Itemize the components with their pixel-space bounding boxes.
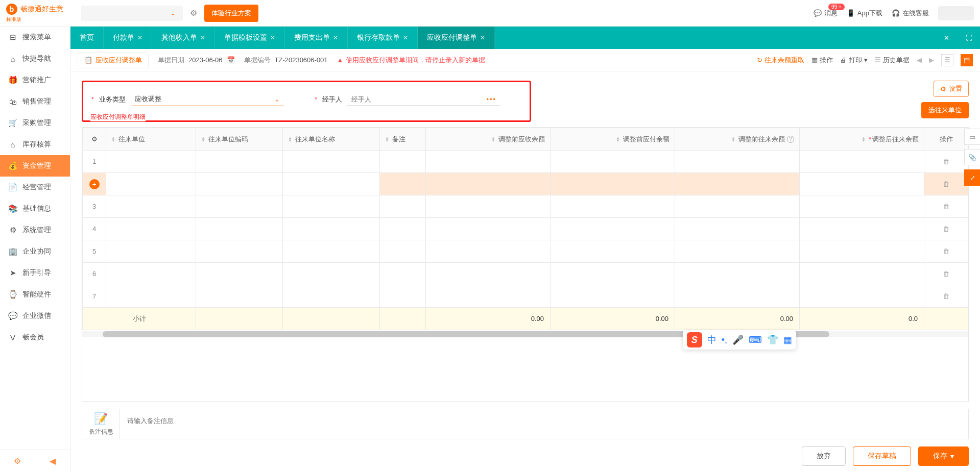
cell-pre-recv[interactable] [426,263,551,285]
cell-unit[interactable] [106,285,196,308]
messages-button[interactable]: 💬 消息 99 + [814,9,838,18]
col-pre-bal[interactable]: ▲▼调整前往来余额? [675,128,800,151]
cell-pre-pay[interactable] [551,218,675,240]
fullscreen-button[interactable]: ⛶ [958,27,980,49]
history-button[interactable]: ☰历史单据 [875,56,910,65]
app-download-button[interactable]: 📱 App下载 [847,9,882,18]
cell-pre-bal[interactable] [675,195,800,218]
col-pre-recv[interactable]: ▲▼调整前应收余额 [426,128,551,151]
date-value[interactable]: 2023-06-06 [188,56,223,64]
cell-pre-pay[interactable] [551,285,675,308]
cell-unit[interactable] [106,218,196,240]
org-selector[interactable]: ⌄ [81,6,183,21]
support-button[interactable]: 🎧 在线客服 [892,9,929,18]
close-all-tabs-button[interactable]: ✕ [935,27,958,49]
table-row[interactable]: 5🗑 [83,240,968,263]
cell-post-bal[interactable] [800,285,924,308]
cell-pre-bal[interactable] [675,218,800,240]
row-delete-button[interactable]: 🗑 [924,285,968,308]
cell-name[interactable] [283,218,380,240]
ime-keyboard-icon[interactable]: ⌨ [749,334,762,345]
cell-pre-recv[interactable] [426,285,551,308]
sidebar-collapse-button[interactable]: ◀ [35,450,70,472]
tab-adjust[interactable]: 应收应付调整单✕ [418,27,495,49]
cell-pre-pay[interactable] [551,240,675,263]
view-card-button[interactable]: ▤ [961,54,973,66]
cell-memo[interactable] [380,218,426,240]
cell-name[interactable] [283,173,380,195]
cell-pre-bal[interactable] [675,240,800,263]
table-row[interactable]: 1🗑 [83,151,968,173]
sidebar-item-search[interactable]: ⊟搜索菜单 [0,27,70,48]
sort-icon[interactable]: ▲▼ [385,137,389,142]
rail-note-button[interactable]: ▭ [964,129,980,145]
cell-memo[interactable] [380,151,426,173]
sort-icon[interactable]: ▲▼ [111,137,115,142]
table-row[interactable]: 6🗑 [83,263,968,285]
cell-pre-pay[interactable] [551,151,675,173]
settings-button[interactable]: ⚙设置 [934,81,969,97]
sidebar-item-basicinfo[interactable]: 📚基础信息 [0,198,70,219]
sidebar-item-sales[interactable]: 🛍销售管理 [0,91,70,112]
rail-attach-button[interactable]: 📎 [964,149,980,165]
cell-pre-pay[interactable] [551,173,675,195]
cell-pre-bal[interactable] [675,173,800,195]
discard-button[interactable]: 放弃 [802,446,846,466]
remark-input[interactable] [120,409,968,439]
cell-pre-recv[interactable] [426,218,551,240]
cell-code[interactable] [196,173,283,195]
close-icon[interactable]: ✕ [137,34,142,41]
tab-other-income[interactable]: 其他收入单✕ [152,27,215,49]
col-memo[interactable]: ▲▼备注 [380,128,426,151]
table-row[interactable]: 4🗑 [83,218,968,240]
prev-button[interactable]: ◀ [917,56,922,64]
cell-code[interactable] [196,151,283,173]
tab-template[interactable]: 单据模板设置✕ [215,27,285,49]
sidebar-item-wechat[interactable]: 💬企业微信 [0,305,70,327]
cell-name[interactable] [283,195,380,218]
ime-toolbox-icon[interactable]: ▦ [783,334,792,345]
ime-mic-icon[interactable]: 🎤 [732,334,744,345]
row-delete-button[interactable]: 🗑 [924,218,968,240]
tab-bank[interactable]: 银行存取款单✕ [348,27,418,49]
cell-name[interactable] [283,285,380,308]
ime-skin-icon[interactable]: 👕 [767,334,778,345]
cell-post-bal[interactable] [800,240,924,263]
close-icon[interactable]: ✕ [200,34,205,41]
tab-payment[interactable]: 付款单✕ [104,27,152,49]
cell-pre-pay[interactable] [551,195,675,218]
col-pre-pay[interactable]: ▲▼调整前应付余额 [551,128,675,151]
cell-name[interactable] [283,151,380,173]
gear-icon[interactable]: ⚙ [190,8,197,18]
ime-toolbar[interactable]: S 中 •, 🎤 ⌨ 👕 ▦ [683,330,796,350]
sidebar-item-hardware[interactable]: ⌚智能硬件 [0,284,70,305]
cell-pre-recv[interactable] [426,240,551,263]
close-icon[interactable]: ✕ [270,34,275,41]
cell-post-bal[interactable] [800,195,924,218]
row-delete-button[interactable]: 🗑 [924,263,968,285]
sidebar-item-operations[interactable]: 📄经营管理 [0,177,70,198]
next-button[interactable]: ▶ [929,56,934,64]
row-delete-button[interactable]: 🗑 [924,151,968,173]
cell-code[interactable] [196,285,283,308]
sidebar-item-system[interactable]: ⚙系统管理 [0,219,70,241]
col-code[interactable]: ▲▼往来单位编码 [196,128,283,151]
row-delete-button[interactable]: 🗑 [924,195,968,218]
ops-button[interactable]: ▦操作 [811,56,833,65]
cell-unit[interactable] [106,240,196,263]
close-icon[interactable]: ✕ [403,34,408,41]
cell-memo[interactable] [380,285,426,308]
tab-expense[interactable]: 费用支出单✕ [285,27,348,49]
cell-pre-pay[interactable] [551,263,675,285]
sidebar-item-enterprise[interactable]: 🏢企业协同 [0,241,70,262]
cell-pre-recv[interactable] [426,173,551,195]
info-icon[interactable]: ? [787,136,794,143]
cell-name[interactable] [283,263,380,285]
cell-code[interactable] [196,195,283,218]
cell-post-bal[interactable] [800,263,924,285]
col-post-bal[interactable]: ▲▼*调整后往来余额 [800,128,924,151]
add-row-button[interactable]: + [89,179,100,189]
sidebar-item-guide[interactable]: ➤新手引导 [0,262,70,284]
sort-icon[interactable]: ▲▼ [491,137,495,142]
sort-icon[interactable]: ▲▼ [616,137,620,142]
